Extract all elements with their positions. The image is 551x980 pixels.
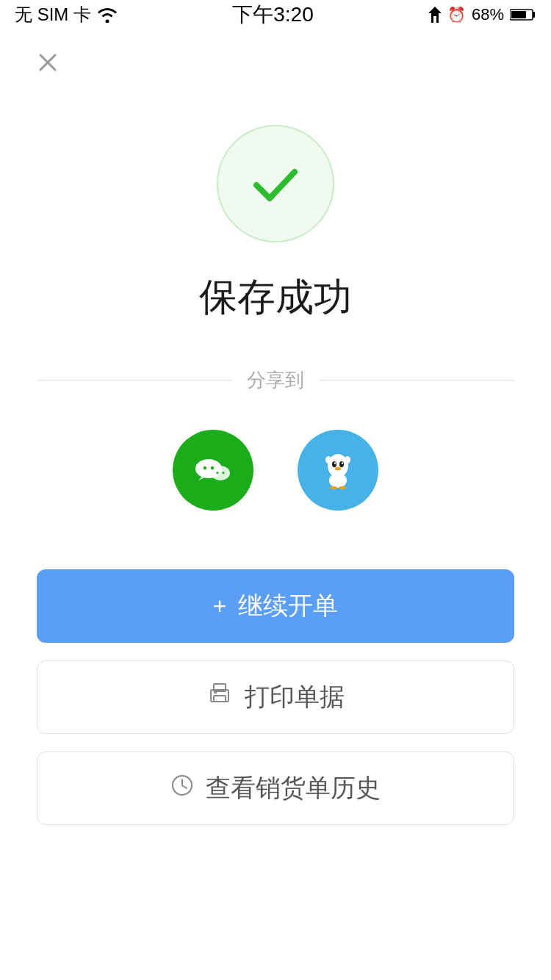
svg-point-18 xyxy=(335,467,341,471)
svg-point-16 xyxy=(334,462,336,464)
battery-icon xyxy=(510,8,536,21)
qq-share-button[interactable] xyxy=(298,430,378,511)
success-title: 保存成功 xyxy=(199,272,352,323)
svg-rect-1 xyxy=(533,12,535,18)
plus-icon: + xyxy=(213,593,227,620)
svg-point-9 xyxy=(216,472,218,474)
action-buttons: + 继续开单 打印单据 查看销货单历史 xyxy=(37,569,514,825)
wechat-share-button[interactable] xyxy=(173,430,253,511)
svg-point-17 xyxy=(342,462,343,464)
location-icon xyxy=(428,7,442,23)
close-button[interactable] xyxy=(29,44,66,81)
status-right: ⏰ 68% xyxy=(428,5,536,24)
svg-rect-25 xyxy=(214,696,226,702)
status-bar: 无 SIM 卡 下午3:20 ⏰ 68% xyxy=(0,0,551,29)
print-label: 打印单据 xyxy=(245,680,345,714)
checkmark-icon xyxy=(246,154,305,213)
share-label: 分享到 xyxy=(247,367,304,393)
qq-icon xyxy=(314,447,361,494)
svg-point-14 xyxy=(332,461,336,467)
svg-point-15 xyxy=(339,461,344,467)
print-button[interactable]: 打印单据 xyxy=(37,660,514,734)
status-left: 无 SIM 卡 xyxy=(15,3,118,26)
share-icons-container xyxy=(173,430,378,511)
main-content: 保存成功 分享到 xyxy=(0,81,551,980)
battery-text: 68% xyxy=(472,5,504,24)
print-icon xyxy=(206,682,233,712)
history-icon xyxy=(170,774,194,803)
divider-right xyxy=(319,380,514,381)
success-circle xyxy=(217,125,334,242)
divider-left xyxy=(37,380,232,381)
svg-point-8 xyxy=(211,466,214,469)
time-display: 下午3:20 xyxy=(232,1,314,29)
svg-rect-26 xyxy=(214,692,217,693)
carrier-text: 无 SIM 卡 xyxy=(15,3,91,26)
svg-point-20 xyxy=(339,486,346,489)
svg-point-7 xyxy=(204,466,206,469)
wechat-icon xyxy=(190,447,237,494)
continue-label: 继续开单 xyxy=(238,589,338,623)
continue-button[interactable]: + 继续开单 xyxy=(37,569,514,643)
svg-point-10 xyxy=(222,472,224,474)
history-label: 查看销货单历史 xyxy=(206,771,381,805)
svg-rect-2 xyxy=(511,11,526,18)
share-divider: 分享到 xyxy=(37,367,514,393)
history-button[interactable]: 查看销货单历史 xyxy=(37,752,514,825)
svg-point-13 xyxy=(329,473,347,488)
wifi-icon xyxy=(97,7,118,23)
svg-point-21 xyxy=(325,456,331,464)
alarm-icon: ⏰ xyxy=(447,6,466,24)
svg-point-19 xyxy=(330,486,337,489)
svg-point-22 xyxy=(345,456,350,464)
